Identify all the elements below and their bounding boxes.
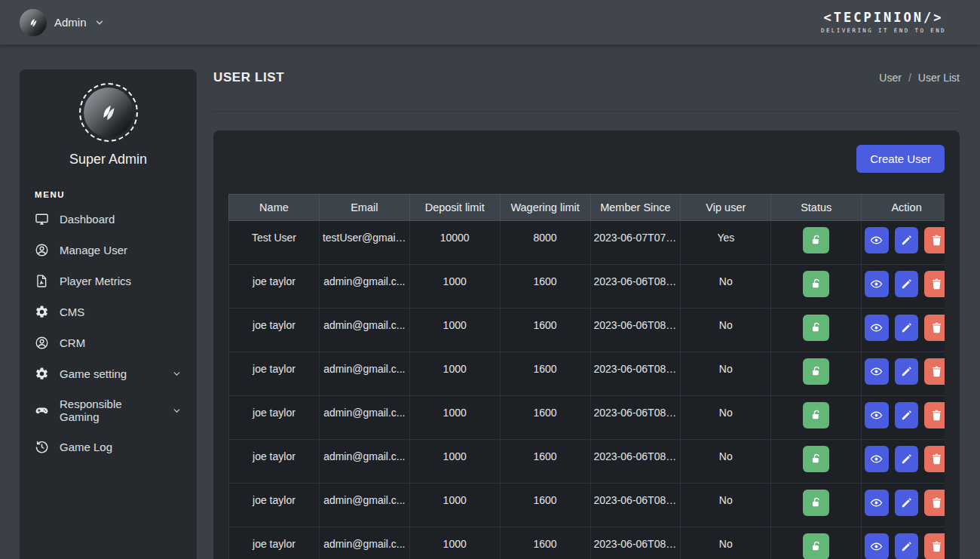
sidebar-item-game-log[interactable]: Game Log — [20, 432, 197, 462]
action-buttons — [865, 533, 945, 559]
delete-button[interactable] — [924, 533, 945, 559]
edit-button[interactable] — [895, 227, 919, 253]
create-user-button[interactable]: Create User — [856, 145, 945, 173]
vip-user-cell: No — [681, 484, 771, 527]
action-buttons — [865, 227, 945, 253]
deposit-limit-cell: 1000 — [409, 352, 500, 396]
sidebar-item-responsible-gaming[interactable]: Responsible Gaming — [20, 389, 197, 432]
action-cell — [862, 309, 945, 352]
trash-icon — [930, 496, 943, 509]
status-unlock-button[interactable] — [803, 533, 829, 559]
top-navbar: Admin <TECPINION/> DELIVERING IT END TO … — [0, 0, 980, 45]
sidebar-item-dashboard[interactable]: Dashboard — [20, 204, 197, 235]
user-list-card: Create User NameEmailDeposit limitWageri… — [213, 131, 960, 559]
status-unlock-button[interactable] — [803, 358, 829, 385]
view-button[interactable] — [865, 358, 889, 385]
deposit-limit-cell: 1000 — [409, 440, 500, 484]
member-since-cell: 2023-06-06T08:... — [590, 527, 681, 559]
wagering-limit-cell: 1600 — [500, 527, 590, 559]
edit-button[interactable] — [895, 271, 919, 297]
view-button[interactable] — [865, 402, 889, 428]
edit-button[interactable] — [895, 402, 919, 428]
unlock-icon — [810, 496, 822, 509]
member-since-cell: 2023-06-06T08:... — [590, 309, 681, 352]
eye-icon — [870, 540, 883, 553]
action-buttons — [865, 271, 945, 297]
edit-button[interactable] — [895, 490, 919, 516]
brand-logo: <TECPINION/> DELIVERING IT END TO END — [821, 10, 946, 35]
trash-icon — [930, 321, 943, 334]
email-cell: admin@gmail.c... — [319, 309, 409, 352]
admin-menu[interactable]: Admin — [20, 9, 105, 36]
sidebar-item-crm[interactable]: CRM — [20, 327, 197, 358]
view-button[interactable] — [865, 271, 889, 297]
delete-button[interactable] — [924, 227, 945, 253]
status-unlock-button[interactable] — [803, 315, 829, 341]
delete-button[interactable] — [924, 446, 945, 472]
email-cell: admin@gmail.c... — [319, 396, 409, 440]
wagering-limit-cell: 8000 — [500, 221, 590, 265]
breadcrumb-current: User List — [918, 72, 960, 84]
edit-button[interactable] — [895, 358, 919, 385]
history-icon — [35, 440, 49, 454]
deposit-limit-cell: 1000 — [409, 396, 500, 440]
action-buttons — [865, 402, 945, 428]
status-unlock-button[interactable] — [803, 271, 829, 297]
view-button[interactable] — [865, 315, 889, 341]
user-circle-icon — [35, 243, 49, 257]
delete-button[interactable] — [924, 402, 945, 428]
edit-button[interactable] — [895, 533, 919, 559]
display-icon — [35, 212, 49, 226]
view-button[interactable] — [865, 227, 889, 253]
sidebar-item-cms[interactable]: CMS — [20, 296, 197, 327]
chevron-down-icon — [172, 369, 182, 379]
view-button[interactable] — [865, 490, 889, 516]
status-unlock-button[interactable] — [803, 446, 829, 472]
main-content: USER LIST User / User List Create User N… — [213, 45, 960, 559]
delete-button[interactable] — [924, 490, 945, 516]
user-table-wrap: NameEmailDeposit limitWagering limitMemb… — [228, 194, 945, 559]
pencil-icon — [900, 321, 913, 334]
table-row: joe tayloradmin@gmail.c...100016002023-0… — [229, 396, 945, 440]
sidebar-item-label: Game setting — [60, 367, 127, 380]
sidebar-item-label: Manage User — [60, 244, 127, 256]
unlock-icon — [810, 365, 822, 378]
sidebar-item-label: Dashboard — [60, 213, 115, 226]
view-button[interactable] — [865, 446, 889, 472]
trash-icon — [930, 278, 943, 290]
profile-avatar-ring — [79, 83, 138, 142]
action-cell — [862, 352, 945, 396]
sidebar-menu: DashboardManage UserPlayer MetricsCMSCRM… — [20, 204, 197, 462]
table-row: joe tayloradmin@gmail.c...100016002023-0… — [229, 265, 945, 309]
breadcrumb-parent[interactable]: User — [879, 72, 902, 84]
menu-section-label: MENU — [35, 190, 197, 199]
sidebar-item-player-metrics[interactable]: Player Metrics — [20, 266, 197, 296]
action-buttons — [865, 315, 945, 341]
deposit-limit-cell: 1000 — [409, 265, 500, 309]
edit-button[interactable] — [895, 446, 919, 472]
pencil-icon — [900, 496, 913, 509]
sidebar-item-game-setting[interactable]: Game setting — [20, 358, 197, 389]
status-unlock-button[interactable] — [803, 490, 829, 516]
status-unlock-button[interactable] — [803, 402, 829, 428]
status-unlock-button[interactable] — [803, 227, 829, 253]
admin-avatar — [20, 9, 47, 36]
delete-button[interactable] — [924, 315, 945, 341]
pencil-icon — [900, 278, 913, 290]
gamepad-icon — [35, 404, 49, 418]
trash-icon — [930, 409, 943, 422]
view-button[interactable] — [865, 533, 889, 559]
member-since-cell: 2023-06-07T07:... — [590, 221, 681, 265]
delete-button[interactable] — [924, 271, 945, 297]
sidebar-item-label: Responsible Gaming — [60, 398, 161, 423]
column-header-member-since: Member Since — [590, 195, 681, 221]
sidebar-item-label: Player Metrics — [60, 275, 131, 287]
delete-button[interactable] — [924, 358, 945, 385]
action-cell — [862, 440, 945, 484]
vip-user-cell: No — [681, 265, 771, 309]
sidebar-item-manage-user[interactable]: Manage User — [20, 235, 197, 266]
table-header-row: NameEmailDeposit limitWagering limitMemb… — [229, 195, 945, 221]
edit-button[interactable] — [895, 315, 919, 341]
table-row: joe tayloradmin@gmail.c...100016002023-0… — [229, 440, 945, 484]
deposit-limit-cell: 1000 — [409, 309, 500, 352]
